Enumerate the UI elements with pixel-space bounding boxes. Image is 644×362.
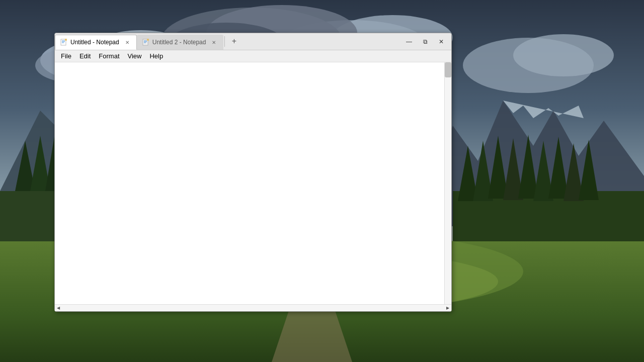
tab-2[interactable]: Untitled 2 - Notepad ✕	[137, 35, 224, 50]
close-button[interactable]: ✕	[433, 35, 449, 49]
menu-file[interactable]: File	[57, 51, 75, 61]
menu-edit[interactable]: Edit	[75, 51, 95, 61]
scrollbar-horizontal[interactable]: ◀ ▶	[55, 304, 451, 311]
menu-bar: File Edit Format View Help	[55, 50, 451, 62]
text-area-wrapper	[55, 62, 451, 304]
maximize-button[interactable]: ⧉	[417, 35, 433, 49]
svg-rect-48	[147, 39, 149, 41]
svg-point-12	[513, 34, 614, 76]
scroll-left-arrow[interactable]: ◀	[55, 305, 62, 312]
notepad-icon-tab2	[142, 39, 149, 46]
minimize-button[interactable]: —	[401, 35, 417, 49]
tab-divider	[224, 36, 225, 47]
text-editor[interactable]	[55, 62, 451, 304]
notepad-icon-tab1	[60, 39, 67, 46]
tab-2-close[interactable]: ✕	[210, 38, 218, 46]
tab-1-label: Untitled - Notepad	[70, 39, 119, 46]
title-bar: Untitled - Notepad ✕ Untitled 2 - Notepa…	[55, 33, 451, 50]
tabs-area: Untitled - Notepad ✕ Untitled 2 - Notepa…	[55, 33, 399, 50]
tab-1-close[interactable]: ✕	[123, 38, 131, 46]
tab-1[interactable]: Untitled - Notepad ✕	[55, 35, 137, 50]
scroll-right-arrow[interactable]: ▶	[444, 305, 451, 312]
svg-rect-43	[65, 39, 67, 41]
scrollbar-thumb-vertical[interactable]	[445, 62, 451, 77]
scrollbar-h-track[interactable]	[62, 305, 444, 311]
scrollbar-vertical[interactable]	[444, 62, 451, 304]
notepad-window: Untitled - Notepad ✕ Untitled 2 - Notepa…	[54, 33, 452, 312]
window-controls: — ⧉ ✕	[399, 33, 451, 50]
menu-help[interactable]: Help	[145, 51, 167, 61]
new-tab-button[interactable]: +	[227, 34, 241, 48]
tab-2-label: Untitled 2 - Notepad	[152, 39, 206, 46]
menu-format[interactable]: Format	[95, 51, 123, 61]
menu-view[interactable]: View	[124, 51, 146, 61]
